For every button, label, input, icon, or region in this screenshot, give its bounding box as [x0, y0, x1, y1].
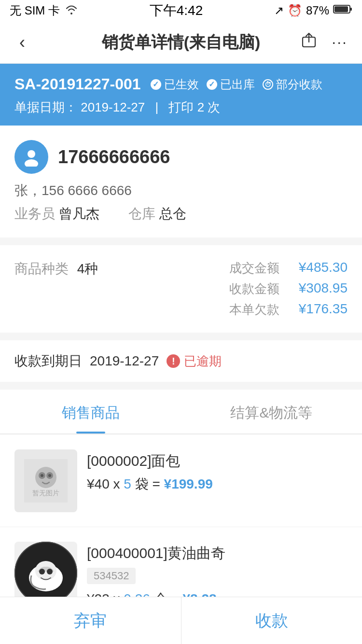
svg-point-4	[28, 150, 35, 158]
product-info-1: [0000002]面包 ¥40 x 5 袋 = ¥199.99	[87, 449, 348, 493]
customer-sales: 业务员 曾凡杰	[14, 205, 99, 223]
customer-section: 17666666666 张，156 6666 6666 业务员 曾凡杰 仓库 总…	[0, 126, 362, 238]
location-icon: ↗	[274, 4, 284, 17]
more-button[interactable]: ···	[332, 33, 348, 51]
product-image-placeholder-1: 暂无图片	[14, 449, 77, 512]
nav-title: 销货单详情(来自电脑)	[102, 31, 261, 54]
alarm-icon: ⏰	[288, 4, 302, 17]
due-section: 收款到期日 2019-12-27 ! 已逾期	[0, 340, 362, 382]
svg-point-5	[25, 159, 38, 167]
abandon-review-button[interactable]: 弃审	[0, 597, 181, 644]
svg-text:暂无图片: 暂无图片	[32, 489, 59, 497]
collect-payment-button[interactable]: 收款	[181, 597, 362, 644]
owed-value: ¥176.35	[299, 301, 348, 318]
check-icon-2: ✓	[207, 79, 217, 90]
tab-settlement[interactable]: 结算&物流等	[181, 390, 362, 434]
order-date: 单据日期： 2019-12-27 | 打印 2 次	[14, 99, 348, 116]
badge-effective: ✓ 已生效	[151, 77, 199, 92]
tabs-bar: 销售商品 结算&物流等	[0, 390, 362, 434]
badge-partial: ⏱ 部分收款	[263, 77, 322, 92]
stats-amounts: 成交金额 ¥485.30 收款金额 ¥308.95 本单欠款 ¥176.35	[229, 260, 348, 318]
tab-sales-products[interactable]: 销售商品	[0, 390, 181, 434]
share-button[interactable]	[301, 32, 317, 53]
product-name-1: [0000002]面包	[87, 451, 348, 471]
back-button[interactable]: ‹	[14, 28, 30, 57]
warehouse-name: 总仓	[159, 206, 186, 221]
order-badges: ✓ 已生效 ✓ 已出库 ⏱ 部分收款	[151, 77, 322, 92]
customer-phone: 17666666666	[58, 147, 170, 168]
nav-actions: ···	[301, 32, 348, 53]
overdue-text: 已逾期	[184, 353, 222, 370]
nav-bar: ‹ 销货单详情(来自电脑) ···	[0, 21, 362, 64]
svg-point-11	[48, 474, 51, 477]
amount-row: 成交金额 ¥485.30	[229, 260, 348, 277]
wifi-icon	[65, 4, 78, 17]
bottom-bar: 弃审 收款	[0, 597, 362, 644]
due-date: 2019-12-27	[90, 353, 159, 369]
products-section: 暂无图片 [0000002]面包 ¥40 x 5 袋 = ¥199.99	[0, 435, 362, 623]
status-bar-left: 无 SIM 卡	[10, 3, 78, 18]
battery-icon	[333, 4, 352, 17]
overdue-icon: !	[167, 354, 180, 368]
product-price-1: ¥40 x 5 袋 = ¥199.99	[87, 475, 348, 493]
svg-point-10	[41, 474, 43, 477]
received-row: 收款金额 ¥308.95	[229, 280, 348, 297]
badge-shipped: ✓ 已出库	[207, 77, 255, 92]
amount-value: ¥485.30	[299, 260, 348, 277]
sales-name: 曾凡杰	[59, 206, 99, 221]
customer-warehouse: 仓库 总仓	[128, 205, 186, 223]
badge-partial-text: 部分收款	[276, 77, 322, 92]
svg-rect-2	[334, 6, 348, 12]
stats-types: 商品种类 4种	[14, 260, 98, 278]
product-total-1: ¥199.99	[164, 476, 213, 491]
list-item: 暂无图片 [0000002]面包 ¥40 x 5 袋 = ¥199.99	[0, 435, 362, 527]
svg-point-16	[39, 569, 45, 574]
tabs-section: 销售商品 结算&物流等	[0, 390, 362, 434]
order-banner: SA-20191227-001 ✓ 已生效 ✓ 已出库 ⏱ 部分收款 单据日期：…	[0, 64, 362, 126]
customer-meta: 业务员 曾凡杰 仓库 总仓	[14, 205, 348, 223]
badge-effective-text: 已生效	[164, 77, 199, 92]
status-bar-right: ↗ ⏰ 87%	[274, 4, 352, 17]
customer-row: 17666666666	[14, 140, 348, 174]
product-tag-2: 534532	[87, 568, 136, 584]
product-qty-1: 5	[124, 476, 131, 491]
badge-shipped-text: 已出库	[220, 77, 255, 92]
type-count: 4种	[77, 261, 98, 276]
customer-contact: 张，156 6666 6666	[14, 182, 348, 200]
svg-rect-1	[350, 8, 352, 11]
product-thumb-1: 暂无图片	[14, 449, 77, 512]
svg-point-7	[35, 467, 56, 488]
customer-avatar	[14, 140, 48, 174]
received-value: ¥308.95	[299, 280, 348, 297]
battery-text: 87%	[306, 4, 329, 17]
check-icon-1: ✓	[151, 79, 161, 90]
order-id: SA-20191227-001	[14, 75, 141, 93]
overdue-badge: ! 已逾期	[167, 353, 222, 370]
status-bar-time: 下午4:42	[150, 1, 203, 20]
svg-point-17	[47, 569, 53, 574]
stats-section: 商品种类 4种 成交金额 ¥485.30 收款金额 ¥308.95 本单欠款 ¥…	[0, 245, 362, 333]
carrier-text: 无 SIM 卡	[10, 3, 60, 18]
owed-row: 本单欠款 ¥176.35	[229, 301, 348, 318]
due-label: 收款到期日	[14, 352, 82, 370]
product-name-2: [000400001]黄油曲奇	[87, 544, 348, 563]
clock-icon: ⏱	[263, 79, 273, 90]
product-thumb-2	[14, 542, 77, 604]
status-bar: 无 SIM 卡 下午4:42 ↗ ⏰ 87%	[0, 0, 362, 21]
